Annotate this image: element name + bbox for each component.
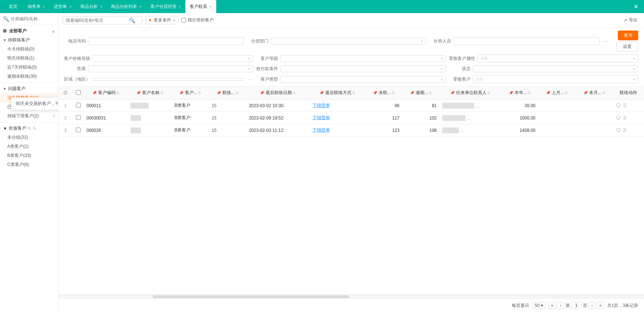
sidebar-item-tomorrow[interactable]: 明天待联络(1)	[0, 54, 58, 63]
adv-select-status[interactable]: ▾	[473, 65, 638, 72]
adv-select-cust-type[interactable]: ▾	[280, 76, 446, 83]
sidebar-group-value-title[interactable]: ▼ 价值客户 ↻ ✎	[0, 124, 58, 133]
horizontal-scrollbar[interactable]	[58, 294, 644, 299]
sidebar-all-customers[interactable]: ⊞ 全部客户 «	[0, 25, 58, 36]
th-name[interactable]: 📌 客户名称 ⇅	[128, 86, 172, 100]
sidebar-group-pending-title[interactable]: ▼ 待联络客户	[0, 36, 58, 45]
th-contact[interactable]: 📌 联络... ⇅	[209, 86, 246, 100]
action-chat-icon-1[interactable]: 🗨	[616, 103, 621, 109]
adv-select-price-level[interactable]: ▾	[92, 55, 253, 62]
adv-select-dept[interactable]: ▾	[271, 38, 427, 45]
tab-sales-close[interactable]: ×	[43, 4, 45, 9]
td-idx-1: 1	[58, 100, 73, 112]
th-code[interactable]: 📌 客户编码 ⇅	[84, 86, 128, 100]
tab-analysis-list[interactable]: 商品分析列表 ×	[106, 0, 146, 13]
sidebar-search-input[interactable]	[11, 16, 58, 21]
tab-analysis-list-close[interactable]: ×	[139, 4, 141, 9]
settings-button[interactable]: 设置	[616, 42, 638, 52]
my-customers-checkbox-wrap[interactable]: 我分管的客户	[181, 17, 214, 23]
adv-select-nature[interactable]: ▾	[88, 65, 253, 72]
current-page-input[interactable]: 1	[571, 302, 581, 309]
action-more-icon-1[interactable]: ⠿	[623, 103, 627, 109]
th-this-year[interactable]: 📌 本年... ⇅	[501, 86, 538, 100]
declining-help-icon[interactable]: ?	[53, 114, 55, 118]
prev-page-button[interactable]: ‹	[558, 302, 564, 309]
tab-analysis[interactable]: 商品分析 ×	[76, 0, 106, 13]
value-reload-icon[interactable]: ↻	[28, 126, 31, 131]
my-customers-label: 我分管的客户	[188, 17, 214, 23]
sidebar-item-7days[interactable]: 近7天待联络(0)	[0, 63, 58, 72]
table-select-all-checkbox[interactable]	[76, 90, 81, 95]
tab-customer-layer[interactable]: 客户分层经营 ×	[146, 0, 185, 13]
td-method-link-2[interactable]: 下销货单	[313, 115, 330, 120]
adv-select-scatter-attr[interactable]: 全部 ▾	[477, 54, 638, 62]
adv-select-payment[interactable]: ▾	[280, 65, 446, 72]
row-checkbox-1[interactable]	[76, 103, 81, 108]
tab-customer-contact-close[interactable]: ×	[209, 4, 212, 9]
action-icons-1: 🗨 ⠿	[616, 103, 641, 109]
adv-input-phone[interactable]	[88, 37, 244, 45]
sidebar-item-class-b[interactable]: B类客户(33)	[0, 151, 58, 160]
my-customers-checkbox[interactable]	[181, 18, 186, 23]
scroll-thumb[interactable]	[153, 295, 349, 298]
tab-sales[interactable]: 销售单 ×	[23, 0, 49, 13]
row-checkbox-3[interactable]	[76, 127, 81, 132]
more-filter-button[interactable]: ▼ 更多条件 ∧	[145, 16, 178, 24]
first-page-button[interactable]: «	[548, 302, 556, 309]
td-method-link-3[interactable]: 下销货单	[313, 127, 330, 133]
pin-icon: 📌	[92, 91, 97, 95]
sidebar-item-today[interactable]: 今天待联络(0)	[0, 45, 58, 54]
query-button[interactable]: 查询	[618, 31, 638, 40]
th-settings[interactable]: ⚙	[58, 86, 73, 100]
per-page-select[interactable]: 50 ▾	[532, 302, 546, 309]
td-this-year-3: 1408.00	[501, 124, 538, 137]
td-method-link-1[interactable]: 下销货单	[313, 103, 330, 108]
td-name-2: ██	[128, 112, 172, 124]
tab-purchase-close[interactable]: ×	[69, 4, 71, 9]
th-last-month[interactable]: 📌 上月... ⇅	[538, 86, 575, 100]
search-button-icon[interactable]: 🔍	[129, 17, 135, 23]
export-button[interactable]: ↗ 导出	[621, 16, 640, 24]
search-input[interactable]	[66, 18, 128, 23]
tab-customer-contact[interactable]: 客户联系 ×	[185, 0, 216, 13]
sidebar-collapse-icon[interactable]: «	[52, 28, 55, 34]
sidebar-group-problem-title[interactable]: ▼ 问题客户	[0, 84, 58, 93]
adv-region-dots[interactable]: ···	[246, 76, 254, 82]
adv-select-scatter-cust[interactable]: 全部 ▾	[473, 75, 638, 83]
window-close-button[interactable]: ✕	[631, 3, 641, 10]
sidebar-item-ungrouped[interactable]: 未分组(32)	[0, 133, 58, 142]
sidebar-item-class-c[interactable]: C类客户(6)	[0, 160, 58, 169]
adv-label-cust-type: 客户类型	[256, 76, 278, 82]
sidebar-item-overdue[interactable]: 逾期未联络(30)	[0, 72, 58, 81]
action-chat-icon-3[interactable]: 🗨	[616, 127, 621, 133]
tab-purchase[interactable]: 进货单 ×	[49, 0, 76, 13]
adv-input-manager[interactable]	[453, 37, 600, 45]
tab-analysis-close[interactable]: ×	[100, 4, 102, 9]
th-contact2[interactable]: 📌 往来单位联系人 ⇅	[439, 86, 501, 100]
tab-customer-layer-close[interactable]: ×	[179, 4, 181, 9]
th-type[interactable]: 📌 客户... ⇅	[172, 86, 209, 100]
adv-select-cust-level[interactable]: ▾	[280, 55, 446, 62]
action-more-icon-2[interactable]: ⠿	[623, 115, 627, 121]
th-last-method[interactable]: 📌 最后联络方式 ⇅	[310, 86, 365, 100]
action-chat-icon-2[interactable]: 🗨	[616, 115, 621, 121]
td-action-1: 🗨 ⠿	[613, 100, 644, 112]
adv-select-region[interactable]	[92, 78, 244, 81]
th-last-date[interactable]: 📌 最后联络日期 ⇅	[246, 86, 310, 100]
th-this-month[interactable]: 📌 本月... ⇅	[576, 86, 613, 100]
value-edit-icon[interactable]: ✎	[33, 126, 36, 131]
adv-label-payment: 收付款条件	[256, 66, 278, 72]
next-page-button[interactable]: ›	[589, 302, 595, 309]
action-more-icon-3[interactable]: ⠿	[623, 127, 627, 133]
row-checkbox-2[interactable]	[76, 115, 81, 120]
adv-manager-dots[interactable]: ···	[602, 38, 609, 44]
th-overdue[interactable]: 📌 逾期... ⇅	[402, 86, 439, 100]
sidebar-item-declining[interactable]: 持续下滑客户(2) ?	[0, 112, 58, 121]
last-page-button[interactable]: »	[597, 302, 604, 309]
th-no-contact[interactable]: 📌 未联... ⇅	[365, 86, 402, 100]
sidebar-item-class-a[interactable]: A类客户(1)	[0, 142, 58, 151]
th-code-sort-icon: ⇅	[116, 91, 119, 95]
table-settings-icon[interactable]: ⚙	[63, 90, 68, 96]
tab-home[interactable]: 首页	[3, 0, 23, 13]
th-name-sort-icon: ⇅	[160, 91, 163, 95]
